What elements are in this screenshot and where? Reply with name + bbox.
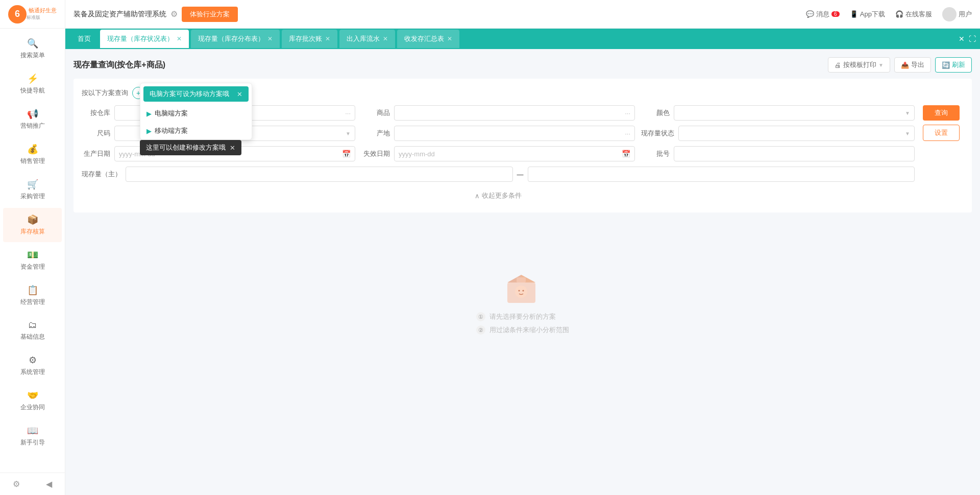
- tab-recv-summary[interactable]: 收发存汇总表 ✕: [397, 30, 459, 48]
- sidebar-item-operations[interactable]: 📋 经营管理: [3, 278, 62, 313]
- field-origin-input[interactable]: ···: [394, 126, 635, 141]
- scheme-mobile-label: 移动端方案: [155, 126, 188, 135]
- topbar-left: 装备及固定资产辅助管理系统 ⚙ 体验行业方案: [74, 7, 238, 22]
- settings-button[interactable]: ⚙: [13, 479, 20, 489]
- tab-batch-ledger-label: 库存批次账: [289, 34, 322, 43]
- topbar: 装备及固定资产辅助管理系统 ⚙ 体验行业方案 💬 消息 6 📱 App下载 🎧 …: [65, 0, 980, 29]
- sidebar-item-inventory[interactable]: 📦 库存核算: [3, 208, 62, 242]
- sidebar-item-basic[interactable]: 🗂 基础信息: [3, 314, 62, 347]
- print-btn[interactable]: 🖨 按模板打印 ▼: [828, 57, 890, 73]
- sidebar-item-system[interactable]: ⚙ 系统管理: [3, 348, 62, 383]
- user-btn[interactable]: 用户: [942, 7, 972, 21]
- sidebar-item-guide[interactable]: 📖 新手引导: [3, 419, 62, 453]
- field-goods-input[interactable]: ···: [394, 105, 635, 121]
- sidebar-item-enterprise[interactable]: 🤝 企业协同: [3, 384, 62, 418]
- marketing-icon: 📢: [27, 108, 38, 120]
- search-btn-group: 查询 设置: [923, 105, 964, 204]
- tab-inventory-status-close[interactable]: ✕: [177, 35, 182, 42]
- app-label: App下载: [860, 10, 885, 19]
- page-content: 现存量查询(按仓库+商品) 🖨 按模板打印 ▼ 📤 导出 🔄 刷新: [65, 49, 980, 384]
- tab-home[interactable]: 首页: [69, 29, 99, 49]
- logo-name: 畅通好生意: [29, 7, 57, 14]
- tab-in-out-flow[interactable]: 出入库流水 ✕: [339, 30, 395, 48]
- scheme-pc-arrow: ▶: [146, 110, 152, 117]
- tab-inventory-dist[interactable]: 现存量（库存分布表） ✕: [191, 30, 280, 48]
- tab-inventory-status[interactable]: 现存量（库存状况表） ✕: [100, 30, 189, 48]
- empty-tip-2: ② 用过滤条件来缩小分析范围: [476, 325, 569, 335]
- tab-inventory-dist-label: 现存量（库存分布表）: [198, 34, 264, 43]
- topbar-setting-icon[interactable]: ⚙: [170, 9, 178, 19]
- empty-tips: ① 请先选择要分析的方案 ② 用过滤条件来缩小分析范围: [476, 312, 569, 335]
- scheme-pc[interactable]: ▶ 电脑端方案: [140, 105, 252, 122]
- tab-batch-ledger[interactable]: 库存批次账 ✕: [282, 30, 337, 48]
- export-btn[interactable]: 📤 导出: [894, 57, 931, 73]
- stock-status-dropdown-icon: ▼: [905, 131, 910, 136]
- sidebar-label-sales: 销售管理: [20, 157, 45, 166]
- app-icon: 📱: [850, 10, 858, 18]
- field-stock-status: 现存量状态 ▼: [641, 126, 915, 141]
- refresh-btn[interactable]: 🔄 刷新: [935, 57, 972, 73]
- trial-btn[interactable]: 体验行业方案: [182, 7, 238, 22]
- tab-recv-summary-label: 收发存汇总表: [404, 34, 444, 43]
- print-icon: 🖨: [835, 61, 841, 69]
- sidebar-item-finance[interactable]: 💵 资金管理: [3, 243, 62, 277]
- field-stock-main-from[interactable]: [126, 167, 513, 182]
- tab-batch-ledger-close[interactable]: ✕: [325, 35, 330, 42]
- avatar: [942, 7, 957, 21]
- sidebar-label-system: 系统管理: [20, 368, 45, 376]
- page-header: 现存量查询(按仓库+商品) 🖨 按模板打印 ▼ 📤 导出 🔄 刷新: [74, 57, 972, 73]
- messages-btn[interactable]: 💬 消息 6: [806, 10, 840, 19]
- field-warehouse-label: 按仓库: [82, 108, 110, 117]
- print-label: 按模板打印: [843, 60, 876, 69]
- collapse-btn[interactable]: ∧ 收起更多条件: [475, 191, 522, 200]
- export-label: 导出: [911, 60, 924, 69]
- sidebar-label-purchase: 采购管理: [20, 192, 45, 201]
- sidebar-label-inventory: 库存核算: [20, 227, 45, 236]
- tip-num-1: ①: [476, 312, 485, 321]
- logo-text-block: 畅通好生意 标准版: [27, 7, 57, 20]
- sidebar-item-search[interactable]: 🔍 搜索菜单: [3, 32, 62, 66]
- search-icon: 🔍: [27, 38, 38, 49]
- operations-icon: 📋: [27, 285, 38, 296]
- scheme-mobile[interactable]: ▶ 移动端方案: [140, 122, 252, 139]
- sidebar-item-marketing[interactable]: 📢 营销推广: [3, 102, 62, 136]
- tab-inventory-dist-close[interactable]: ✕: [267, 35, 273, 42]
- field-exp-date-label: 失效日期: [361, 149, 390, 158]
- collapse-sidebar-button[interactable]: ◀: [46, 479, 52, 489]
- guide-icon: 📖: [27, 425, 38, 436]
- tab-in-out-flow-close[interactable]: ✕: [383, 35, 388, 42]
- filter-row-4: 现存量（主） —: [82, 167, 915, 182]
- purchase-icon: 🛒: [27, 179, 38, 190]
- scheme-tooltip-close[interactable]: ✕: [237, 90, 242, 98]
- field-origin: 产地 ···: [361, 126, 635, 141]
- field-origin-label: 产地: [361, 129, 390, 138]
- support-icon: 🎧: [895, 10, 903, 18]
- logo-icon: 6: [8, 5, 27, 23]
- create-tooltip-close[interactable]: ✕: [230, 144, 235, 152]
- close-all-tabs-icon[interactable]: ✕: [959, 35, 965, 43]
- finance-icon: 💵: [27, 249, 38, 261]
- goods-dots-icon[interactable]: ···: [625, 109, 630, 117]
- sidebar-item-quick[interactable]: ⚡ 快捷导航: [3, 67, 62, 101]
- messages-label: 消息: [816, 10, 829, 19]
- scheme-panel: 电脑方案可设为移动方案哦 ✕ ▶ 电脑端方案 ▶ 移动端方案: [140, 83, 252, 140]
- field-color-select[interactable]: ▼: [674, 105, 915, 121]
- support-btn[interactable]: 🎧 在线客服: [895, 10, 932, 19]
- color-dropdown-icon: ▼: [905, 110, 910, 116]
- field-exp-date-input[interactable]: yyyy-mm-dd 📅: [394, 146, 635, 161]
- field-batch-input[interactable]: [674, 146, 915, 161]
- search-button[interactable]: 查询: [923, 105, 960, 121]
- maximize-icon[interactable]: ⛶: [969, 35, 976, 43]
- app-download-btn[interactable]: 📱 App下载: [850, 10, 885, 19]
- tab-recv-summary-close[interactable]: ✕: [447, 35, 452, 42]
- warehouse-dots-icon[interactable]: ···: [345, 109, 351, 117]
- exp-date-calendar-icon: 📅: [622, 150, 630, 158]
- reset-button[interactable]: 设置: [923, 125, 960, 141]
- sidebar-item-purchase[interactable]: 🛒 采购管理: [3, 173, 62, 207]
- collapse-row: ∧ 收起更多条件: [82, 187, 915, 204]
- origin-dots-icon[interactable]: ···: [625, 130, 630, 137]
- sidebar-item-sales[interactable]: 💰 销售管理: [3, 137, 62, 172]
- field-stock-main-to[interactable]: [528, 167, 915, 182]
- field-stock-status-select[interactable]: ▼: [678, 126, 915, 141]
- quick-icon: ⚡: [27, 73, 38, 84]
